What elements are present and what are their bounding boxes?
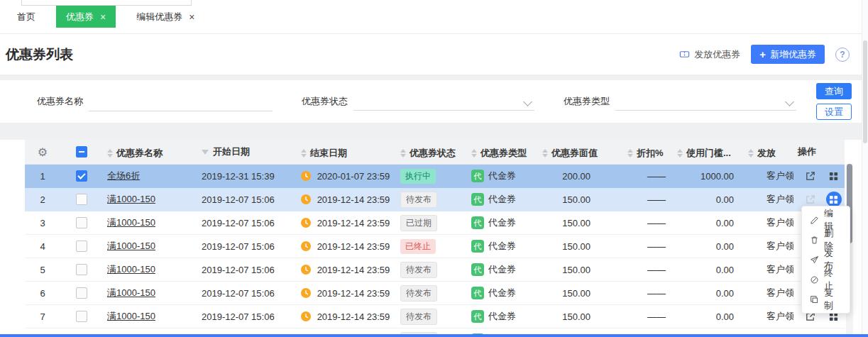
chevron-down-icon [523, 97, 532, 106]
table-row[interactable]: 7 满1000-150 2019-12-07 15:06 2019-12-14 … [25, 305, 845, 328]
page-scrollbar-thumb[interactable] [863, 40, 867, 143]
coupon-name-link[interactable]: 全场6折 [107, 170, 140, 181]
start-date-cell: 2019-12-07 15:06 [197, 188, 297, 211]
close-icon[interactable]: × [189, 12, 194, 22]
row-checkbox[interactable] [76, 170, 87, 182]
tab-coupon[interactable]: 优惠券 × [56, 6, 116, 28]
start-date-cell: 2019-12-07 15:06 [197, 282, 297, 305]
coupon-name-input[interactable] [89, 92, 273, 111]
stop-icon [810, 275, 819, 284]
header-status[interactable]: 优惠券状态 [396, 140, 467, 165]
status-cell: 待发布 [396, 305, 467, 328]
header-actions: 操作 [793, 140, 845, 165]
threshold-cell: 0.00 [673, 258, 744, 282]
row-checkbox-cell [60, 211, 103, 235]
row-checkbox-cell [60, 165, 103, 188]
page-scrollbar[interactable] [862, 0, 868, 337]
coupon-type-icon: 代 [471, 193, 484, 206]
sort-icon[interactable] [748, 149, 754, 158]
header-name[interactable]: 优惠券名称 [103, 140, 197, 165]
share-icon[interactable] [802, 168, 818, 184]
sort-icon[interactable] [627, 149, 633, 158]
header-threshold[interactable]: 使用门槛... [673, 140, 744, 165]
header-start[interactable]: 开始日期 [197, 140, 297, 165]
row-checkbox[interactable] [76, 217, 87, 228]
status-cell: 待发布 [396, 258, 467, 282]
start-date-cell: 2019-12-31 15:39 [197, 165, 297, 188]
coupon-name-link[interactable]: 满1000-150 [107, 217, 155, 228]
discount-cell: —— [623, 235, 673, 258]
row-checkbox[interactable] [76, 311, 87, 322]
table-row[interactable]: 1 全场6折 2019-12-31 15:39 2020-01-07 23:59… [25, 165, 845, 188]
row-checkbox[interactable] [76, 241, 87, 252]
table-row[interactable]: 3 满1000-150 2019-12-07 15:06 2019-12-14 … [25, 211, 845, 235]
discount-cell: —— [623, 211, 673, 235]
header-actions: 发放优惠券 + 新增优惠券 ? [679, 45, 850, 64]
page-header: 优惠券列表 发放优惠券 + 新增优惠券 ? [0, 34, 868, 74]
threshold-cell: 0.00 [673, 235, 744, 258]
sort-icon[interactable] [471, 149, 477, 158]
more-actions-icon[interactable] [826, 192, 842, 207]
status-badge: 待发布 [400, 309, 437, 325]
help-icon[interactable]: ? [835, 48, 850, 62]
coupon-type-select[interactable] [615, 93, 796, 111]
select-all-checkbox[interactable] [76, 146, 87, 158]
sort-icon[interactable] [677, 149, 683, 158]
spacer [0, 123, 868, 140]
threshold-cell: 1000.00 [673, 165, 744, 188]
close-icon[interactable]: × [100, 12, 106, 22]
face-value-cell: 200.00 [538, 165, 623, 188]
face-value-cell: 150.00 [538, 211, 623, 235]
filter-status-label: 优惠券状态 [302, 95, 348, 108]
distribute-coupon-button[interactable]: 发放优惠券 [679, 48, 740, 61]
coupon-name-link[interactable]: 满1000-150 [107, 287, 155, 298]
share-icon[interactable] [802, 192, 818, 207]
row-number-cell: 7 [25, 305, 60, 328]
row-checkbox[interactable] [76, 264, 87, 275]
table-row[interactable]: 2 满1000-150 2019-12-07 15:06 2019-12-14 … [25, 188, 845, 211]
horizontal-scrollbar[interactable] [0, 334, 868, 337]
end-date-cell: 2019-12-14 23:59 [297, 282, 396, 305]
coupon-name-cell: 满1000-150 [103, 211, 197, 235]
coupon-type-icon: 代 [471, 263, 484, 276]
edit-icon [810, 216, 819, 225]
status-badge: 已终止 [400, 239, 436, 254]
coupon-name-link[interactable]: 满1000-150 [107, 241, 155, 251]
more-actions-icon[interactable] [826, 168, 842, 184]
row-checkbox[interactable] [76, 194, 87, 205]
tab-home[interactable]: 首页 [7, 6, 45, 28]
coupon-status-select[interactable] [353, 93, 534, 111]
table-row[interactable]: 4 满1000-150 2019-12-07 15:06 2019-12-14 … [25, 235, 845, 258]
coupon-type-icon: 代 [471, 170, 484, 182]
menu-item-copy[interactable]: 复制 [802, 289, 850, 309]
sort-icon[interactable] [107, 149, 113, 158]
coupon-name-link[interactable]: 满1000-150 [107, 311, 155, 321]
header-discount[interactable]: 折扣% [623, 140, 673, 165]
row-number-cell: 3 [25, 211, 60, 235]
table-row[interactable]: 6 满1000-150 2019-12-07 15:06 2019-12-14 … [25, 282, 845, 305]
header-issue[interactable]: 发放 [744, 140, 793, 165]
tab-edit-coupon[interactable]: 编辑优惠券 × [126, 6, 204, 28]
sort-icon[interactable] [301, 149, 307, 158]
header-end[interactable]: 结束日期 [297, 140, 396, 165]
header-type[interactable]: 优惠券类型 [467, 140, 538, 165]
search-button[interactable]: 查询 [816, 83, 852, 99]
row-checkbox[interactable] [76, 287, 87, 299]
coupon-name-link[interactable]: 满1000-150 [107, 264, 155, 275]
settings-button[interactable]: 设置 [816, 104, 852, 120]
table-row[interactable]: 5 满1000-150 2019-12-07 15:06 2019-12-14 … [25, 258, 845, 282]
gear-icon[interactable]: ⚙ [38, 146, 48, 158]
face-value-cell: 150.00 [538, 305, 623, 328]
face-value-cell: 150.00 [538, 235, 623, 258]
sort-icon[interactable] [400, 149, 406, 158]
copy-icon [810, 295, 819, 304]
coupon-name-link[interactable]: 满1000-150 [107, 194, 155, 204]
trash-icon [810, 236, 819, 245]
row-number-cell: 6 [25, 282, 60, 305]
discount-cell: —— [623, 258, 673, 282]
filter-icon[interactable] [202, 150, 209, 155]
add-coupon-button[interactable]: + 新增优惠券 [751, 45, 825, 64]
header-value[interactable]: 优惠券面值 [538, 140, 623, 165]
type-cell: 代代金券 [467, 235, 538, 258]
sort-icon[interactable] [542, 149, 548, 158]
